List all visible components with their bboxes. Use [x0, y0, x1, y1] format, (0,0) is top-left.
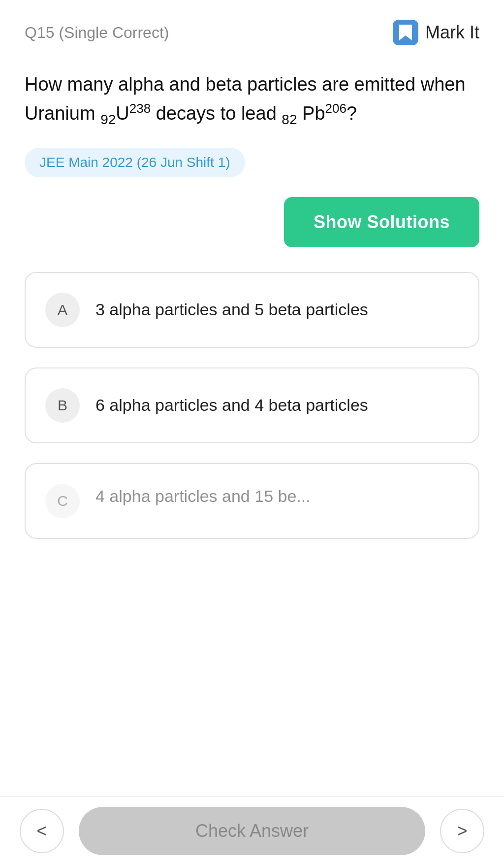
- subscript-92: 92: [100, 111, 116, 127]
- option-c-text: 4 alpha particles and 15 be...: [95, 484, 311, 509]
- question-body: How many alpha and beta particles are em…: [0, 55, 504, 138]
- bottom-nav: < Check Answer >: [0, 796, 504, 865]
- show-solutions-button[interactable]: Show Solutions: [284, 197, 479, 247]
- subscript-82: 82: [282, 111, 297, 127]
- page-container: Q15 (Single Correct) Mark It How many al…: [0, 0, 504, 865]
- prev-button[interactable]: <: [20, 809, 64, 853]
- option-b-text: 6 alpha particles and 4 beta particles: [95, 393, 368, 418]
- option-a-card[interactable]: A 3 alpha particles and 5 beta particles: [25, 272, 479, 348]
- mark-it-label: Mark It: [425, 22, 479, 43]
- option-c-card[interactable]: C 4 alpha particles and 15 be...: [25, 463, 479, 539]
- tag-container: JEE Main 2022 (26 Jun Shift 1): [0, 138, 504, 182]
- next-icon: >: [457, 821, 467, 841]
- option-b-letter: B: [45, 388, 80, 423]
- next-button[interactable]: >: [440, 809, 484, 853]
- question-label: Q15 (Single Correct): [25, 24, 169, 42]
- option-c-letter: C: [45, 484, 80, 518]
- options-container: A 3 alpha particles and 5 beta particles…: [0, 262, 504, 549]
- bookmark-icon[interactable]: [393, 20, 418, 45]
- header: Q15 (Single Correct) Mark It: [0, 0, 504, 55]
- exam-tag[interactable]: JEE Main 2022 (26 Jun Shift 1): [25, 148, 245, 177]
- superscript-238: 238: [129, 101, 151, 116]
- check-answer-button[interactable]: Check Answer: [79, 807, 425, 855]
- prev-icon: <: [36, 821, 47, 841]
- mark-it-container[interactable]: Mark It: [393, 20, 479, 45]
- option-a-letter: A: [45, 293, 80, 327]
- option-b-card[interactable]: B 6 alpha particles and 4 beta particles: [25, 367, 479, 443]
- question-text: How many alpha and beta particles are em…: [25, 70, 479, 128]
- option-a-text: 3 alpha particles and 5 beta particles: [95, 297, 368, 322]
- solutions-container: Show Solutions: [0, 182, 504, 262]
- superscript-206: 206: [325, 101, 346, 116]
